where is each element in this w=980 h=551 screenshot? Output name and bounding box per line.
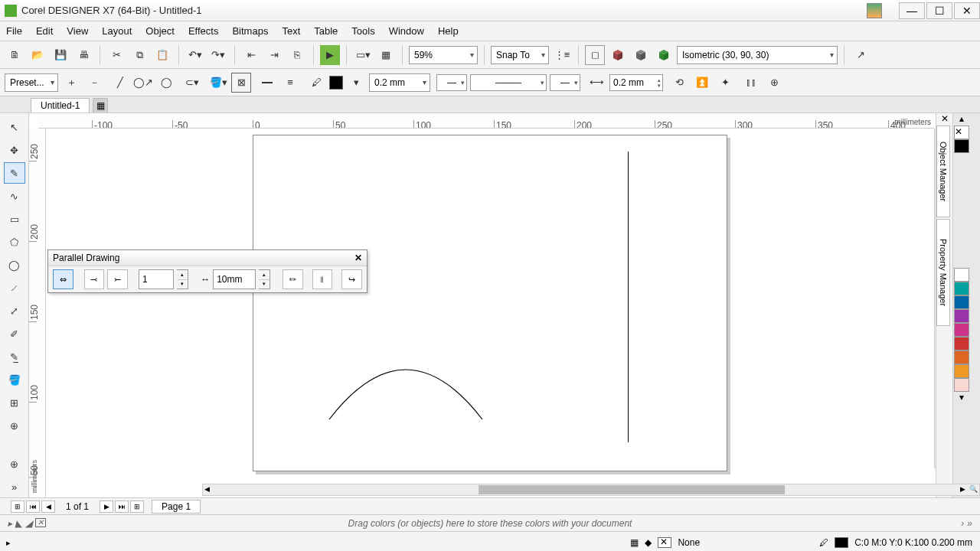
- zoom-fit-button[interactable]: 🔍: [969, 485, 978, 493]
- parallel-lines-spinner[interactable]: ▴▾: [177, 269, 188, 289]
- options-button[interactable]: ▦: [376, 45, 396, 65]
- menu-window[interactable]: Window: [389, 25, 424, 37]
- page-first-button[interactable]: ⏮: [26, 500, 40, 513]
- document-tab-new[interactable]: ▦: [93, 98, 108, 112]
- outline-width-spin[interactable]: 0.2 mm: [609, 74, 663, 91]
- parallel-distance-input[interactable]: 10mm: [213, 269, 256, 289]
- transform-3-button[interactable]: ✦: [715, 73, 735, 93]
- fill-bucket-button[interactable]: 🪣▾: [208, 73, 228, 93]
- curve-tool[interactable]: ∿: [4, 185, 25, 207]
- plane-top-button[interactable]: ◻: [585, 45, 605, 65]
- flyout-button[interactable]: »: [4, 476, 25, 497]
- end-arrow-combo[interactable]: —: [550, 74, 580, 91]
- publish-button[interactable]: ⎘: [287, 45, 307, 65]
- page-prev-button[interactable]: ◀: [41, 500, 55, 513]
- table-tool[interactable]: ⊞: [4, 392, 25, 413]
- preset-add-button[interactable]: ＋: [61, 73, 81, 93]
- start-arrow-combo[interactable]: —: [436, 74, 467, 91]
- print-button[interactable]: 🖶: [74, 45, 93, 65]
- dock-tab-object-manager[interactable]: Object Manager: [936, 126, 950, 217]
- docker-close-button[interactable]: ✕: [354, 253, 362, 263]
- menu-edit[interactable]: Edit: [36, 25, 53, 37]
- canvas[interactable]: [46, 129, 934, 497]
- freehand-tool[interactable]: ✎: [4, 162, 25, 184]
- menu-view[interactable]: View: [67, 25, 88, 37]
- tray-outline-icon[interactable]: ◢: [25, 518, 32, 529]
- no-fill-button[interactable]: ⊠: [231, 73, 251, 93]
- redo-button[interactable]: ↷▾: [208, 45, 228, 65]
- palette-swatch[interactable]: [954, 350, 969, 364]
- outline-color-drop-button[interactable]: ▾: [346, 73, 366, 93]
- new-node-button[interactable]: ⊕: [764, 73, 784, 93]
- preset-combo[interactable]: Preset...: [5, 73, 58, 92]
- cut-button[interactable]: ✂: [106, 45, 126, 65]
- expand-toolbox-button[interactable]: ⊕: [4, 453, 25, 474]
- pick-tool[interactable]: ↖: [4, 116, 25, 138]
- rectangle-tool[interactable]: ▭: [4, 208, 25, 230]
- line-style-1-button[interactable]: ╱: [110, 73, 130, 93]
- drawn-line[interactable]: [628, 152, 629, 442]
- options-gear-button[interactable]: ↗: [851, 45, 871, 65]
- pen-icon[interactable]: 🖊: [306, 73, 326, 93]
- docker-titlebar[interactable]: Parallel Drawing ✕: [48, 250, 367, 266]
- palette-down-button[interactable]: ▾: [953, 392, 970, 404]
- menu-effects[interactable]: Effects: [188, 25, 219, 37]
- palette-up-button[interactable]: ▴: [953, 113, 970, 126]
- line-style-3-button[interactable]: ◯: [156, 73, 176, 93]
- shape-tool[interactable]: ✥: [4, 139, 25, 161]
- open-button[interactable]: 📂: [28, 45, 47, 65]
- save-button[interactable]: 💾: [51, 45, 70, 65]
- document-color-tray[interactable]: ▸ ◣ ◢ ✕ Drag colors (or objects) here to…: [0, 514, 980, 531]
- menu-table[interactable]: Table: [314, 25, 338, 37]
- outline-color-swatch[interactable]: [835, 537, 848, 548]
- palette-swatch[interactable]: [954, 282, 969, 295]
- tray-none-icon[interactable]: ✕: [35, 518, 46, 527]
- transform-2-button[interactable]: ⏫: [692, 73, 712, 93]
- copy-button[interactable]: ⧉: [129, 45, 149, 65]
- line-pattern-combo[interactable]: ────: [470, 74, 547, 91]
- dock-close-button[interactable]: ✕: [936, 113, 952, 124]
- import-button[interactable]: ⇤: [241, 45, 261, 65]
- dimension-tool[interactable]: ⤢: [4, 300, 25, 321]
- document-tab[interactable]: Untitled-1: [31, 98, 90, 112]
- minimize-button[interactable]: —: [899, 2, 925, 19]
- linecap-2-button[interactable]: ≡: [280, 73, 300, 93]
- text-tool[interactable]: ✎̲: [4, 346, 25, 367]
- parallel-left-button[interactable]: ⤙: [84, 269, 105, 289]
- palette-swatch[interactable]: [954, 295, 969, 309]
- tray-fill-icon[interactable]: ◣: [15, 518, 22, 529]
- dock-tab-property-manager[interactable]: Property Manager: [936, 219, 950, 326]
- close-curve-button[interactable]: ⊂▾: [182, 73, 202, 93]
- fill-none-swatch[interactable]: [658, 537, 671, 548]
- parallel-apply-button[interactable]: ↪: [341, 269, 362, 289]
- page-add-before-button[interactable]: ⊞: [11, 500, 24, 513]
- projection-combo[interactable]: Isometric (30, 90, 30): [677, 46, 838, 64]
- page-tab[interactable]: Page 1: [152, 500, 201, 514]
- page-last-button[interactable]: ⏭: [115, 500, 129, 513]
- parallel-guides-button[interactable]: ⦀: [312, 269, 333, 289]
- palette-swatch[interactable]: [954, 268, 969, 282]
- scroll-right-button[interactable]: ▶: [960, 485, 965, 493]
- snap-combo[interactable]: Snap To: [491, 46, 549, 64]
- palette-swatch[interactable]: [954, 378, 969, 392]
- plane-iso-button[interactable]: [654, 45, 674, 65]
- page-add-after-button[interactable]: ⊞: [130, 500, 144, 513]
- parallel-distance-spinner[interactable]: ▴▾: [259, 269, 270, 289]
- close-button[interactable]: ✕: [954, 2, 980, 19]
- align-button[interactable]: ⫿⫿: [741, 73, 761, 93]
- statusbar-expand-button[interactable]: ▸: [6, 538, 11, 548]
- zoom-combo[interactable]: 59%: [409, 46, 478, 64]
- tray-expand-button[interactable]: »: [967, 518, 972, 529]
- fill-tool[interactable]: 🪣: [4, 369, 25, 390]
- menu-object[interactable]: Object: [145, 25, 175, 37]
- scrollbar-thumb[interactable]: [479, 485, 785, 494]
- plane-front-button[interactable]: [608, 45, 628, 65]
- menu-file[interactable]: File: [6, 25, 22, 37]
- menu-bitmaps[interactable]: Bitmaps: [232, 25, 268, 37]
- tray-right-button[interactable]: ›: [961, 518, 964, 529]
- parallel-lines-input[interactable]: 1: [139, 269, 174, 289]
- outline-color-swatch[interactable]: [329, 76, 343, 90]
- palette-swatch[interactable]: [954, 337, 969, 350]
- plane-right-button[interactable]: [631, 45, 651, 65]
- ellipse-tool[interactable]: ◯: [4, 254, 25, 276]
